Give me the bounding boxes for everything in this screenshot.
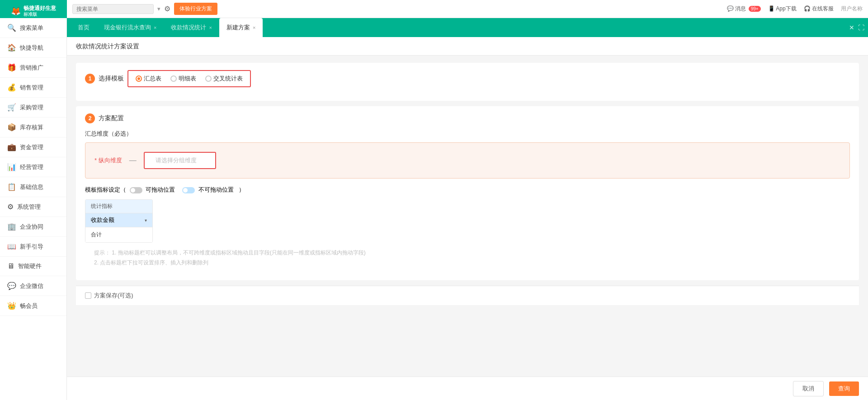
tab-bank-flow-close[interactable]: ×	[154, 25, 156, 30]
service-item[interactable]: 🎧 在线客服	[804, 5, 834, 13]
radio-detail-dot	[170, 75, 177, 82]
service-label: 在线客服	[812, 5, 834, 12]
search-input[interactable]	[72, 4, 154, 14]
radio-summary-dot	[136, 75, 142, 82]
arrow-icon: —	[129, 156, 137, 165]
headset-icon: 🎧	[804, 5, 811, 12]
tab-bank-flow-label: 现金银行流水查询	[104, 24, 151, 32]
sidebar-item-label: 快捷导航	[20, 44, 43, 52]
step1-header: 1 选择模板 汇总表 明细表	[85, 70, 850, 87]
download-label: App下载	[776, 5, 796, 12]
sidebar-item-base-info[interactable]: 📋 基础信息	[0, 177, 66, 197]
step2-section: 2 方案配置 汇总维度（必选） * 纵向维度 — 请选择分组维度	[76, 106, 859, 280]
save-checkbox-item[interactable]: 方案保存(可选)	[85, 292, 133, 300]
top-header: ▾ ⚙ 体验行业方案 💬 消息 99+ 📱 App下载 🎧 在线客服 用户名称	[67, 0, 868, 18]
sidebar-item-wechat[interactable]: 💬 企业微信	[0, 276, 66, 296]
notification-item[interactable]: 💬 消息 99+	[727, 5, 761, 13]
content-area: 首页 现金银行流水查询 × 收款情况统计 × 新建方案 × ✕ ⛶ 收	[67, 18, 868, 400]
logo-icon: 🦊	[11, 6, 21, 16]
box-icon: 📦	[7, 123, 16, 132]
sidebar-item-label: 资金管理	[20, 143, 43, 151]
download-item[interactable]: 📱 App下载	[768, 5, 797, 13]
sidebar-item-enterprise[interactable]: 🏢 企业协同	[0, 217, 66, 237]
save-checkbox[interactable]	[85, 292, 91, 299]
cart-icon: 🛒	[7, 103, 16, 112]
tab-bar-controls: ✕ ⛶	[849, 24, 864, 31]
tab-collection-stat-label: 收款情况统计	[171, 24, 206, 32]
chevron-down-icon[interactable]: ▾	[145, 218, 147, 223]
summary-dimension-row: 汇总维度（必选） * 纵向维度 — 请选择分组维度	[85, 130, 850, 179]
clipboard-icon: 📋	[7, 183, 16, 191]
content-body: 1 选择模板 汇总表 明细表	[67, 56, 868, 376]
sidebar-item-operations[interactable]: 📊 经营管理	[0, 157, 66, 177]
summary-dimension-label: 汇总维度（必选）	[85, 130, 850, 138]
tab-expand-icon[interactable]: ⛶	[858, 24, 864, 31]
tab-close-all-icon[interactable]: ✕	[849, 24, 854, 31]
tab-new-plan[interactable]: 新建方案 ×	[219, 18, 263, 37]
step2-circle: 2	[85, 113, 95, 123]
search-icon: 🔍	[7, 24, 16, 32]
radio-cross-dot	[205, 75, 212, 82]
crown-icon: 👑	[7, 301, 16, 310]
step1-circle: 1	[85, 74, 95, 84]
building-icon: 🏢	[7, 222, 16, 231]
radio-cross[interactable]: 交叉统计表	[205, 75, 243, 83]
tips-line2: 2. 点击标题栏下拉可设置排序、插入列和删除列	[94, 258, 841, 268]
stat-column2-label: 合计	[91, 231, 102, 238]
sidebar-item-member[interactable]: 👑 畅会员	[0, 296, 66, 316]
template-radio-group: 汇总表 明细表 交叉统计表	[127, 70, 251, 87]
header-right: 💬 消息 99+ 📱 App下载 🎧 在线客服 用户名称	[727, 5, 863, 13]
dimension-selector[interactable]: 请选择分组维度	[144, 152, 216, 169]
sidebar-item-label: 搜索菜单	[20, 24, 43, 32]
sidebar-item-label: 销售管理	[20, 84, 43, 92]
monitor-icon: 🖥	[7, 262, 14, 270]
logo-badge: 标准版	[24, 11, 56, 18]
download-icon: 📱	[768, 5, 775, 12]
chevron-down-icon[interactable]: ▾	[157, 5, 160, 12]
sidebar-item-inventory[interactable]: 📦 库存核算	[0, 118, 66, 137]
notification-badge: 99+	[749, 6, 761, 12]
radio-summary[interactable]: 汇总表	[136, 75, 161, 83]
radio-summary-label: 汇总表	[144, 75, 161, 83]
chat-icon: 💬	[7, 282, 16, 290]
bottom-action-bar: 取消 查询	[67, 376, 868, 400]
radio-cross-label: 交叉统计表	[213, 75, 243, 83]
tab-collection-stat-close[interactable]: ×	[209, 25, 212, 30]
industry-btn[interactable]: 体验行业方案	[174, 3, 217, 15]
radio-detail[interactable]: 明细表	[170, 75, 196, 83]
tab-home[interactable]: 首页	[71, 18, 97, 37]
query-button[interactable]: 查询	[829, 381, 859, 396]
message-icon: 💬	[727, 5, 734, 12]
gear-icon[interactable]: ⚙	[164, 5, 170, 13]
sidebar-item-quick-nav[interactable]: 🏠 快捷导航	[0, 38, 66, 58]
indicators-header: 模板指标设定（ 可拖动位置 不可拖动位置 ）	[85, 186, 850, 194]
sidebar-item-finance[interactable]: 💼 资金管理	[0, 137, 66, 157]
tab-new-plan-close[interactable]: ×	[253, 25, 255, 30]
page-footer: 方案保存(可选)	[76, 286, 859, 305]
gift-icon: 🎁	[7, 63, 16, 72]
page-content: 收款情况统计方案设置 1 选择模板 汇总表	[67, 37, 868, 376]
sidebar-item-label: 企业微信	[20, 282, 43, 290]
sidebar-item-purchase[interactable]: 🛒 采购管理	[0, 98, 66, 118]
sidebar-item-system[interactable]: ⚙ 系统管理	[0, 197, 66, 217]
sidebar-item-sales[interactable]: 💰 销售管理	[0, 78, 66, 98]
stat-column1-cell[interactable]: 收款金额 ▾	[85, 213, 152, 227]
tab-bank-flow[interactable]: 现金银行流水查询 ×	[97, 18, 164, 37]
tab-bar: 首页 现金银行流水查询 × 收款情况统计 × 新建方案 × ✕ ⛶	[67, 18, 868, 37]
sidebar-item-marketing[interactable]: 🎁 营销推广	[0, 58, 66, 78]
step2-header: 2 方案配置	[85, 113, 850, 123]
cancel-button[interactable]: 取消	[793, 381, 824, 396]
user-info[interactable]: 用户名称	[841, 5, 863, 13]
indicators-section: 模板指标设定（ 可拖动位置 不可拖动位置 ）	[85, 186, 850, 243]
fixed-toggle[interactable]	[182, 187, 195, 193]
movable-toggle[interactable]	[130, 187, 142, 193]
briefcase-icon: 💼	[7, 143, 16, 151]
home-icon: 🏠	[7, 43, 16, 52]
sidebar-item-guide[interactable]: 📖 新手引导	[0, 237, 66, 257]
sidebar-item-hardware[interactable]: 🖥 智能硬件	[0, 257, 66, 276]
book-icon: 📖	[7, 242, 16, 251]
save-checkbox-label: 方案保存(可选)	[94, 292, 133, 300]
step2-title: 方案配置	[99, 114, 124, 122]
sidebar-item-search-menu[interactable]: 🔍 搜索菜单	[0, 18, 66, 38]
tab-collection-stat[interactable]: 收款情况统计 ×	[164, 18, 219, 37]
